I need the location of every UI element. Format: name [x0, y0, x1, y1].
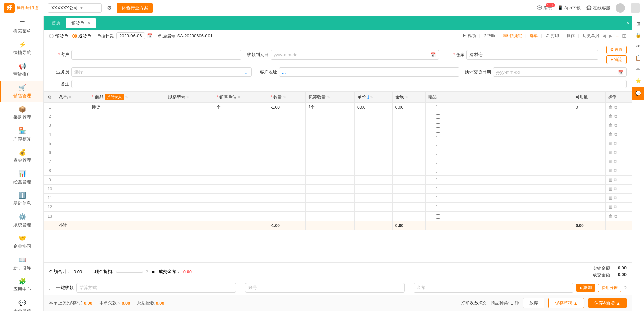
sidebar-item-wechat[interactable]: 💬 企业微信 — [0, 296, 43, 311]
payment-amount-input[interactable]: 金额 — [414, 283, 573, 293]
sort-icon-pkg[interactable]: ⇅ — [327, 95, 330, 99]
tab-sales-order[interactable]: 销货单 × — [66, 18, 96, 28]
payment-account-input[interactable]: 账号 — [245, 283, 405, 293]
radio-sales-order[interactable]: 销货单 — [49, 33, 68, 39]
delete-icon[interactable]: 🗑 — [608, 168, 613, 173]
delete-icon[interactable]: 🗑 — [608, 186, 613, 192]
expense-split-btn[interactable]: 费用分摊 — [598, 284, 621, 292]
payment-method-input[interactable]: 结算方式 — [76, 283, 236, 293]
history-link[interactable]: 历史单据 — [583, 33, 599, 39]
delete-icon[interactable]: 🗑 — [608, 204, 613, 210]
row-gift-checkbox[interactable] — [436, 160, 440, 164]
logistics-btn[interactable]: + 物流 — [606, 55, 627, 64]
scan-btn[interactable]: 扫码录入 — [105, 94, 124, 100]
row-1-spec[interactable] — [165, 103, 214, 112]
copy-icon[interactable]: ⧉ — [614, 213, 617, 219]
video-link[interactable]: ▶ 视频 — [462, 33, 476, 39]
delete-icon[interactable]: 🗑 — [608, 132, 613, 137]
rs-icon-orange[interactable]: 💬 — [632, 87, 644, 100]
sort-icon-qty[interactable]: ⇅ — [283, 95, 286, 99]
sort-icon-spec[interactable]: ⇅ — [186, 95, 189, 99]
copy-icon[interactable]: ⧉ — [614, 177, 617, 183]
copy-icon[interactable]: ⧉ — [614, 195, 617, 201]
print-link[interactable]: 🖨 打印 — [546, 33, 559, 39]
row-1-pkg-qty[interactable]: 1个 — [306, 103, 355, 112]
row-gift-checkbox[interactable] — [436, 187, 440, 191]
sidebar-item-enterprise[interactable]: 🤝 企业协同 — [0, 231, 43, 253]
view-grid-icon[interactable]: ⊞ — [622, 33, 627, 39]
copy-icon[interactable]: ⧉ — [614, 159, 617, 164]
copy-icon[interactable]: ⧉ — [614, 123, 617, 128]
help-icon[interactable]: ? — [146, 269, 148, 274]
row-gift-checkbox[interactable] — [436, 123, 440, 128]
sidebar-item-basic-info[interactable]: ℹ️ 基础信息 — [0, 188, 43, 210]
row-gift-checkbox[interactable] — [436, 214, 440, 219]
row-1-unit[interactable]: 个 — [214, 103, 268, 112]
row-1-gift-checkbox[interactable] — [436, 105, 440, 109]
delivery-date-input[interactable]: yyyy-mm-dd 📅 — [493, 67, 627, 77]
sidebar-item-system[interactable]: ⚙️ 系统管理 — [0, 210, 43, 231]
delete-icon[interactable]: 🗑 — [608, 177, 613, 183]
row-1-price[interactable]: 0.00 — [354, 103, 392, 112]
sidebar-item-finance[interactable]: 💰 资金管理 — [0, 145, 43, 167]
delete-icon[interactable]: 🗑 — [608, 105, 613, 110]
sort-icon-unit[interactable]: ⇅ — [238, 95, 240, 99]
sidebar-item-sales[interactable]: 🛒 销售管理 — [0, 81, 43, 102]
add-payment-btn[interactable]: ● 添加 — [576, 284, 595, 292]
copy-icon[interactable]: ⧉ — [614, 150, 617, 155]
company-settings-icon[interactable]: ⚙ — [104, 3, 114, 13]
online-service-btn[interactable]: 🎧 在线客服 — [586, 5, 610, 11]
save-new-btn[interactable]: 保存&新增 ▲ — [588, 298, 627, 308]
sidebar-item-guide[interactable]: 📖 新手引导 — [0, 253, 43, 274]
copy-icon[interactable]: ⧉ — [614, 141, 617, 146]
row-gift-checkbox[interactable] — [436, 178, 440, 182]
shortcut-link[interactable]: ⌨ 快捷键 — [503, 33, 522, 39]
copy-icon[interactable]: ⧉ — [614, 204, 617, 210]
sidebar-item-app-center[interactable]: 🧩 应用中心 — [0, 274, 43, 296]
copy-icon[interactable]: ⧉ — [614, 105, 617, 110]
delete-icon[interactable]: 🗑 — [608, 159, 613, 164]
sidebar-item-search[interactable]: ☰ 搜索菜单 — [0, 16, 43, 38]
settings-action-btn[interactable]: ⚙ 设置 — [606, 46, 627, 54]
user-menu-icon[interactable] — [631, 3, 640, 13]
tab-close-all-icon[interactable]: × — [626, 20, 629, 26]
rs-icon-4[interactable]: 📋 — [634, 53, 643, 63]
rs-icon-6[interactable]: ⭐ — [634, 76, 643, 85]
salesman-input[interactable]: 选择... ... — [71, 67, 252, 77]
discard-btn[interactable]: 放弃 — [523, 298, 544, 308]
sidebar-item-inventory[interactable]: 🏪 库存核算 — [0, 124, 43, 145]
delete-icon[interactable]: 🗑 — [608, 141, 613, 146]
row-gift-checkbox[interactable] — [436, 114, 440, 119]
one-click-payment-checkbox[interactable] — [49, 286, 53, 290]
calendar-icon[interactable]: 📅 — [147, 33, 152, 38]
operation-link[interactable]: 操作 — [567, 33, 575, 39]
col-settings-header[interactable]: ⚙ — [44, 92, 56, 103]
prev-icon[interactable]: ◀ — [602, 33, 606, 38]
sidebar-item-purchase[interactable]: 📦 采购管理 — [0, 102, 43, 124]
row-1-amount[interactable]: 0.00 — [392, 103, 425, 112]
sidebar-item-operations[interactable]: 📊 经营管理 — [0, 167, 43, 188]
sidebar-item-marketing[interactable]: 📢 营销推广 — [0, 59, 43, 81]
delete-icon[interactable]: 🗑 — [608, 150, 613, 155]
row-gift-checkbox[interactable] — [436, 142, 440, 146]
date-value[interactable]: 2023-06-06 — [116, 32, 145, 39]
current-owe-help[interactable]: ? — [118, 301, 120, 306]
company-selector[interactable]: XXXXXX公司 ▼ — [48, 3, 102, 13]
select-link[interactable]: 选单 — [530, 33, 538, 39]
row-1-barcode[interactable] — [56, 103, 89, 112]
due-date-input[interactable]: yyyy-mm-dd 📅 — [271, 50, 439, 60]
next-icon[interactable]: ▶ — [609, 33, 612, 38]
rs-icon-1[interactable]: ⊞ — [634, 19, 643, 28]
delete-icon[interactable]: 🗑 — [608, 195, 613, 201]
rs-icon-2[interactable]: 🔒 — [634, 30, 643, 40]
delete-icon[interactable]: 🗑 — [608, 123, 613, 128]
price-info-icon[interactable]: ℹ — [367, 94, 369, 100]
row-gift-checkbox[interactable] — [436, 205, 440, 209]
save-draft-btn[interactable]: 保存草稿 ▲ — [548, 298, 584, 308]
discount-input[interactable] — [116, 271, 143, 273]
sort-icon-price[interactable]: ⇅ — [370, 95, 373, 99]
customer-input[interactable]: ... — [71, 50, 241, 60]
dropdown-arrow-draft-icon[interactable]: ▲ — [574, 301, 578, 306]
row-1-product[interactable]: 拆货 — [89, 103, 165, 112]
app-download-btn[interactable]: 📱 App下载 — [558, 5, 581, 11]
